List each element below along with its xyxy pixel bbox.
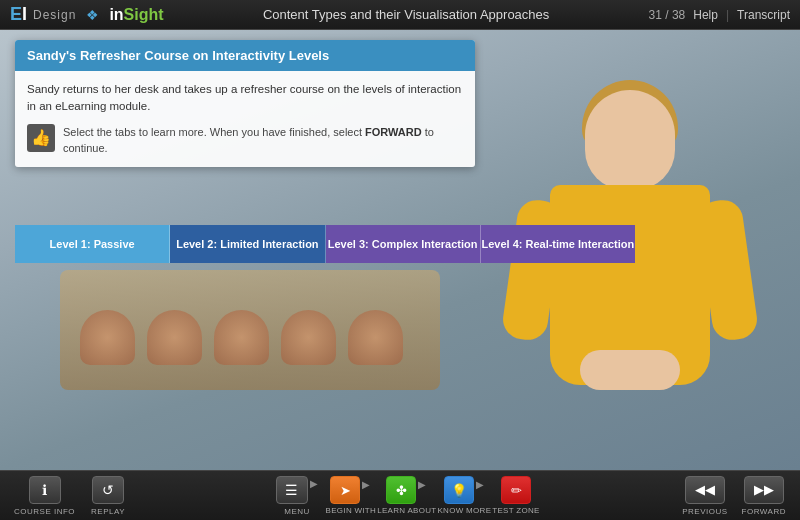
ei-logo: EI xyxy=(10,4,27,25)
level-tab-1[interactable]: Level 1: Passive xyxy=(15,225,170,263)
page-title: Content Types and their Visualisation Ap… xyxy=(263,7,549,22)
center-nav-flow: ☰ ▶ MENU ➤ ▶ BEGIN WITH ✤ ▶ LEARN ABOUT … xyxy=(270,472,540,520)
content-panel-body: Sandy returns to her desk and takes up a… xyxy=(15,71,475,167)
previous-button[interactable]: ◀◀ PREVIOUS xyxy=(676,472,733,520)
menu-arrow-icon: ▶ xyxy=(310,478,318,501)
test-zone-icon: ✏ xyxy=(501,476,531,504)
top-right-nav: 31 / 38 Help | Transcript xyxy=(649,8,790,22)
design-text: Design xyxy=(33,8,76,22)
know-more-label: KNOW MORE xyxy=(437,506,491,515)
instruction-text: Select the tabs to learn more. When you … xyxy=(63,124,463,157)
replay-icon: ↺ xyxy=(92,476,124,504)
nav-divider: | xyxy=(726,8,729,22)
learn-about-button[interactable]: ✤ ▶ LEARN ABOUT xyxy=(377,476,436,515)
previous-label: PREVIOUS xyxy=(682,507,727,516)
learn-about-icon: ✤ xyxy=(386,476,416,504)
left-nav-group: ℹ COURSE INFO ↺ REPLAY xyxy=(8,472,133,520)
content-panel-title: Sandy's Refresher Course on Interactivit… xyxy=(27,48,463,63)
content-panel-header: Sandy's Refresher Course on Interactivit… xyxy=(15,40,475,71)
chair-2 xyxy=(147,310,202,365)
begin-arrow-icon: ▶ xyxy=(362,479,370,502)
begin-with-icon: ➤ xyxy=(330,476,360,504)
menu-button[interactable]: ☰ ▶ MENU xyxy=(270,472,325,520)
logo-area: EI Design ❖ inSight xyxy=(10,4,164,25)
logo-separator-icon: ❖ xyxy=(86,7,99,23)
forward-button[interactable]: ▶▶ FORWARD xyxy=(736,472,792,520)
main-content-area: Sandy's Refresher Course on Interactivit… xyxy=(0,30,800,470)
forward-icon: ▶▶ xyxy=(744,476,784,504)
chair-1 xyxy=(80,310,135,365)
begin-with-label: BEGIN WITH xyxy=(326,506,377,515)
chair-4 xyxy=(281,310,336,365)
know-more-button[interactable]: 💡 ▶ KNOW MORE xyxy=(437,476,491,515)
info-icon: ℹ xyxy=(29,476,61,504)
course-info-button[interactable]: ℹ COURSE INFO xyxy=(8,472,81,520)
content-panel: Sandy's Refresher Course on Interactivit… xyxy=(15,40,475,167)
menu-icon: ☰ xyxy=(276,476,308,504)
forward-label: FORWARD xyxy=(742,507,786,516)
person-hands xyxy=(580,350,680,390)
person-figure-area xyxy=(490,70,770,470)
know-arrow-icon: ▶ xyxy=(476,479,484,502)
level-tabs: Level 1: Passive Level 2: Limited Intera… xyxy=(15,225,635,263)
help-link[interactable]: Help xyxy=(693,8,718,22)
bottom-nav-bar: ℹ COURSE INFO ↺ REPLAY ☰ ▶ MENU ➤ ▶ BEGI… xyxy=(0,470,800,520)
test-zone-label: TEST ZONE xyxy=(492,506,539,515)
replay-button[interactable]: ↺ REPLAY xyxy=(83,472,133,520)
level-tab-4[interactable]: Level 4: Real-time Interaction xyxy=(481,225,635,263)
test-zone-button[interactable]: ✏ TEST ZONE xyxy=(492,476,539,515)
begin-with-button[interactable]: ➤ ▶ BEGIN WITH xyxy=(326,476,377,515)
previous-icon: ◀◀ xyxy=(685,476,725,504)
slide-count: 31 / 38 xyxy=(649,8,686,22)
know-more-icon: 💡 xyxy=(444,476,474,504)
learn-arrow-icon: ▶ xyxy=(418,479,426,502)
top-bar: EI Design ❖ inSight Content Types and th… xyxy=(0,0,800,30)
insight-logo: inSight xyxy=(109,6,163,24)
right-nav-group: ◀◀ PREVIOUS ▶▶ FORWARD xyxy=(676,472,792,520)
replay-label: REPLAY xyxy=(91,507,125,516)
level-tab-3[interactable]: Level 3: Complex Interaction xyxy=(326,225,481,263)
thumbs-up-icon: 👍 xyxy=(27,124,55,152)
chairs-element xyxy=(80,310,420,370)
person-figure xyxy=(490,70,770,470)
chair-5 xyxy=(348,310,403,365)
person-head xyxy=(585,90,675,190)
instruction-row: 👍 Select the tabs to learn more. When yo… xyxy=(27,124,463,157)
chair-3 xyxy=(214,310,269,365)
level-tab-2[interactable]: Level 2: Limited Interaction xyxy=(170,225,325,263)
course-info-label: COURSE INFO xyxy=(14,507,75,516)
transcript-link[interactable]: Transcript xyxy=(737,8,790,22)
content-body-text: Sandy returns to her desk and takes up a… xyxy=(27,81,463,116)
learn-about-label: LEARN ABOUT xyxy=(377,506,436,515)
menu-label: MENU xyxy=(284,507,310,516)
